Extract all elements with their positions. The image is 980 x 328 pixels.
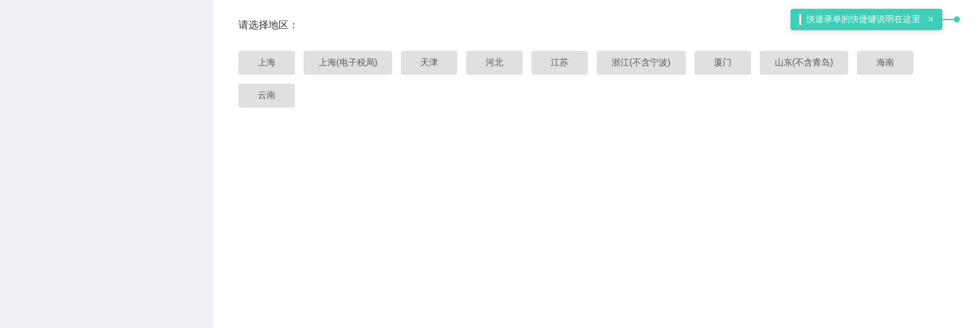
tooltip-connector-dot (954, 16, 960, 23)
sidebar (0, 0, 213, 328)
region-button-zhejiang[interactable]: 浙江(不含宁波) (597, 51, 685, 75)
region-button-xiamen[interactable]: 厦门 (695, 51, 751, 75)
region-button-shanghai-etax[interactable]: 上海(电子税局) (304, 51, 392, 75)
tooltip-banner: 快速录单的快捷键说明在这里 × (791, 9, 942, 30)
region-button-hainan[interactable]: 海南 (857, 51, 913, 75)
tooltip-connector-line (941, 19, 954, 20)
region-button-shanghai[interactable]: 上海 (238, 51, 295, 75)
region-button-tianjin[interactable]: 天津 (401, 51, 457, 75)
region-button-jiangsu[interactable]: 江苏 (531, 51, 588, 75)
tooltip-text: 快速录单的快捷键说明在这里 (806, 14, 920, 25)
region-button-shandong[interactable]: 山东(不含青岛) (760, 51, 848, 75)
region-buttons: 上海上海(电子税局)天津河北江苏浙江(不含宁波)厦门山东(不含青岛)海南云南 (238, 51, 955, 107)
tooltip-close-button[interactable]: × (928, 14, 934, 25)
region-button-hebei[interactable]: 河北 (466, 51, 523, 75)
region-button-yunnan[interactable]: 云南 (238, 84, 295, 107)
main-content: 请选择地区： 上海上海(电子税局)天津河北江苏浙江(不含宁波)厦门山东(不含青岛… (213, 0, 980, 328)
